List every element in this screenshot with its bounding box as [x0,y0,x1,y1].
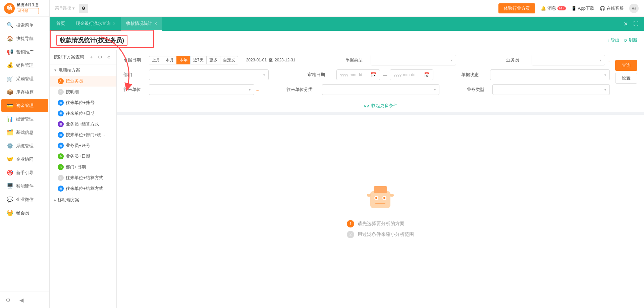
dept-select[interactable]: ▾ [149,69,269,80]
sidebar-item-purchase[interactable]: 🛒 采购管理 [1,72,48,85]
refresh-button[interactable]: ↺ 刷新 [624,37,637,43]
tab-bank-flow[interactable]: 现金银行流水查询 × [70,17,121,31]
tab-close-button[interactable]: ✕ [622,19,629,29]
scheme-item-icon-cs2: ⊞ [58,186,64,192]
chart-icon: 📊 [7,116,13,122]
counterpart-category-select[interactable]: ▾ [322,84,439,95]
sidebar-item-sales[interactable]: 💰 销售管理 [1,59,48,72]
scheme-item-salesman-date[interactable]: ⊙ 业务员+日期 [50,151,116,162]
sidebar-item-marketing[interactable]: 📢 营销推广 [1,45,48,58]
online-service-button[interactable]: 🎧 在线客服 [600,5,624,11]
box-icon: 📦 [7,89,13,95]
app-download-button[interactable]: 📱 App下载 [571,5,594,11]
counterpart-select[interactable]: ▾ [149,84,254,95]
step-num-2: 2 [347,231,354,238]
scheme-item-label-salesman: 按业务员 [66,78,83,84]
collapse-bar[interactable]: ∧∧ 收起更多条件 [123,99,637,112]
sidebar-item-guide[interactable]: 🎯 新手引导 [1,166,48,179]
sidebar-item-basic[interactable]: 🗂️ 基础信息 [1,126,48,139]
biz-type-select[interactable]: ▾ [492,84,610,95]
scheme-pc-section-title[interactable]: ▼ 电脑端方案 [50,64,116,76]
svg-rect-7 [367,194,371,197]
sidebar-item-system[interactable]: ⚙️ 系统管理 [1,139,48,152]
scheme-item-counterpart-date[interactable]: ⊞ 往来单位+日期 [50,108,116,119]
scheme-item-label-cd: 往来单位+日期 [66,110,95,116]
salesman-more-button[interactable]: ... [606,58,610,62]
sidebar-item-member[interactable]: 👑 畅会员 [1,206,48,219]
date-tab-last-month[interactable]: 上月 [149,56,163,64]
scheme-settings-button[interactable]: ⚙ [96,53,104,61]
tab-home[interactable]: 首页 [51,17,70,31]
review-date-start-input[interactable]: yyyy-mm-dd 📅 [336,69,380,80]
counterpart-category-arrow: ▾ [434,88,436,92]
scheme-item-icon-cdo: ⊞ [58,132,64,138]
scheme-panel: 按以下方案查询 + ⚙ « ▼ 电脑端方案 人 按业务员 [50,50,117,308]
scheme-add-button[interactable]: + [88,53,95,61]
doc-status-select[interactable]: ▾ [490,69,610,80]
sidebar-settings-button[interactable]: ⚙ [3,295,13,305]
scheme-item-salesman-settlement[interactable]: ▦ 业务员+结算方式 [50,119,116,130]
tab-bank-flow-label: 现金银行流水查询 [76,20,111,27]
empty-illustration [364,181,397,215]
avatar[interactable]: Rit [629,4,639,13]
scheme-item-icon-ca: ⊞ [58,100,64,106]
doc-type-select[interactable]: ▾ [371,55,456,65]
sidebar-item-enterprise[interactable]: 🤝 企业协同 [1,153,48,166]
filter-settings-button[interactable]: 设置 [615,73,637,84]
date-tab-7days[interactable]: 近7天 [190,56,206,64]
scheme-collapse-button[interactable]: « [105,53,112,61]
scheme-item-label-cs2: 往来单位+结算方式 [66,186,103,192]
tab-receipt-stat[interactable]: 收款情况统计 × [121,17,162,31]
scheme-item-salesman-account[interactable]: ⊞ 业务员+账号 [50,140,116,151]
sidebar-item-inventory[interactable]: 📦 库存核算 [1,86,48,99]
step-label-2: 用过滤条件来缩小分析范围 [358,232,414,238]
empty-step-1: 1 请先选择要分析的方案 [347,220,414,227]
scheme-item-label-ca: 往来单位+账号 [66,100,95,106]
tab-bank-flow-close[interactable]: × [113,21,115,26]
date-range: 2023-01-01 至 2023-12-31 [246,57,296,63]
scheme-item-cpart-settlement2[interactable]: ⊞ 往来单位+结算方式 [50,183,116,194]
tab-receipt-stat-close[interactable]: × [154,21,157,26]
scheme-item-counterpart-dept[interactable]: ⊞ 按来单位+部门+收... [50,130,116,140]
sidebar-item-quick-nav[interactable]: 🏠 快捷导航 [1,32,48,45]
tab-fullscreen-button[interactable]: ⛶ [632,19,640,28]
scheme-item-cpart-settlement1[interactable]: ≡ 往来单位+结算方式 [50,172,116,183]
empty-state: 1 请先选择要分析的方案 2 用过滤条件来缩小分析范围 [347,181,414,242]
query-button[interactable]: 查询 [615,60,637,71]
date-range-end: 2023-12-31 [275,58,295,62]
sidebar-item-hardware[interactable]: 🖥️ 智能硬件 [1,179,48,193]
sidebar-item-wechat[interactable]: 💬 企业微信 [1,193,48,206]
sidebar-item-label-finance: 资金管理 [16,103,34,109]
filter-button-group: 查询 设置 [615,55,637,99]
sidebar-item-search[interactable]: 🔍 搜索菜单 [1,18,48,32]
sidebar-collapse-button[interactable]: ◀ [16,295,27,305]
tab-bar-right: ✕ ⛶ [622,17,643,31]
scheme-item-dept-date[interactable]: ⊙ 部门+日期 [50,162,116,172]
scheme-item-by-salesman[interactable]: 人 按业务员 [50,76,116,87]
review-date-label: 审核日期 [308,72,331,78]
export-label: 导出 [611,37,620,43]
message-button[interactable]: 🔔 消息 99+ [541,5,566,11]
scheme-item-by-detail[interactable]: ≡ 按明细 [50,87,116,97]
trial-button[interactable]: 体验行业方案 [498,3,535,13]
filter-content-wrapper: 按以下方案查询 + ⚙ « ▼ 电脑端方案 人 按业务员 [50,50,644,308]
review-date-end-input[interactable]: yyyy-mm-dd 📅 [390,69,433,80]
scheme-item-counterpart-account[interactable]: ⊞ 往来单位+账号 [50,97,116,108]
step-label-1: 请先选择要分析的方案 [358,221,405,227]
pc-section-label: 电脑端方案 [58,67,80,73]
counterpart-more-button[interactable]: ... [256,87,259,92]
sidebar-item-operations[interactable]: 📊 经营管理 [1,112,48,125]
svg-rect-8 [390,194,394,197]
logo-name: 畅捷通好生意 [17,2,39,7]
scheme-mobile-section-title[interactable]: ▶ 移动端方案 [50,194,116,206]
export-button[interactable]: ↑ 导出 [607,37,620,43]
date-tab-this-month[interactable]: 本月 [163,56,176,64]
svg-point-4 [375,197,377,199]
sidebar-item-finance[interactable]: 💳 资金管理 [1,99,48,112]
salesman-select[interactable]: ▾ [532,55,605,65]
date-tab-this-year[interactable]: 本年 [176,56,190,64]
date-tab-custom[interactable]: 自定义 [220,56,238,64]
date-tab-more[interactable]: 更多 [206,56,220,64]
header-gear-button[interactable]: ⚙ [79,4,88,13]
svg-rect-6 [375,203,385,204]
